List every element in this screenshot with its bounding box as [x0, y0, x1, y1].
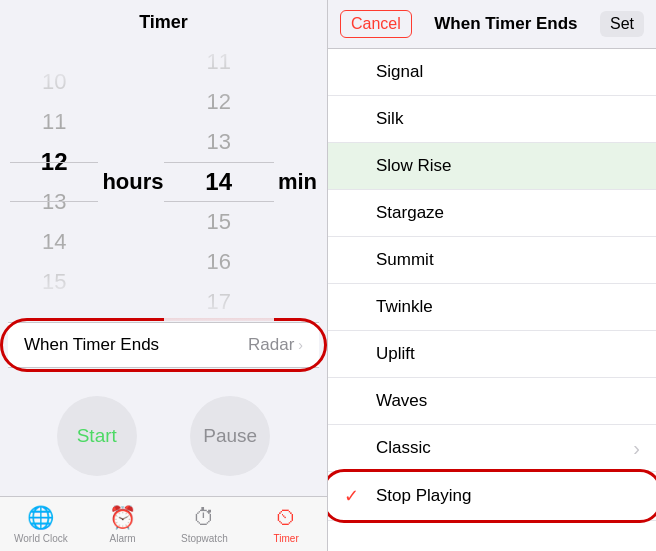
timer-ends-value: Radar ›	[248, 335, 303, 355]
timer-buttons: Start Pause	[0, 376, 327, 496]
timer-icon: ⏲	[275, 505, 297, 531]
picker-item: 10	[10, 62, 98, 102]
picker-container[interactable]: 10 11 12 13 14 15 hours 11 12 13	[0, 41, 327, 322]
tab-bar: 🌐 World Clock ⏰ Alarm ⏱ Stopwatch ⏲ Time…	[0, 496, 327, 551]
tab-timer-label: Timer	[274, 533, 299, 544]
sound-label-signal: Signal	[376, 62, 640, 82]
picker-item: 13	[164, 122, 274, 162]
picker-item: 12	[164, 82, 274, 122]
right-panel: Cancel When Timer Ends Set Signal Silk S…	[328, 0, 656, 551]
hours-column[interactable]: 10 11 12 13 14 15	[10, 62, 98, 302]
picker-columns: 10 11 12 13 14 15 hours 11 12 13	[10, 82, 317, 282]
left-panel: Timer 10 11 12 13 14 15 hours	[0, 0, 328, 551]
picker-item: 15	[164, 202, 274, 242]
tab-timer[interactable]: ⏲ Timer	[245, 497, 327, 551]
sound-item-uplift[interactable]: Uplift	[328, 331, 656, 378]
tab-world-clock-label: World Clock	[14, 533, 68, 544]
minutes-label: min	[278, 169, 317, 195]
sound-item-stop-playing[interactable]: ✓ Stop Playing	[328, 472, 656, 521]
checkmark-stop-playing: ✓	[344, 485, 364, 507]
sound-label-slow-rise: Slow Rise	[376, 156, 640, 176]
sound-item-slow-rise[interactable]: Slow Rise	[328, 143, 656, 190]
picker-item: 17	[164, 282, 274, 322]
sound-item-signal[interactable]: Signal	[328, 49, 656, 96]
right-header: Cancel When Timer Ends Set	[328, 0, 656, 49]
picker-item: 15	[10, 262, 98, 302]
sound-label-summit: Summit	[376, 250, 640, 270]
sound-item-stargaze[interactable]: Stargaze	[328, 190, 656, 237]
sound-label-stargaze: Stargaze	[376, 203, 640, 223]
sound-label-stop-playing: Stop Playing	[376, 486, 640, 506]
picker-item: 11	[10, 102, 98, 142]
tab-stopwatch-label: Stopwatch	[181, 533, 228, 544]
stopwatch-icon: ⏱	[193, 505, 215, 531]
page-title: Timer	[139, 12, 188, 32]
sound-label-silk: Silk	[376, 109, 640, 129]
tab-world-clock[interactable]: 🌐 World Clock	[0, 497, 82, 551]
world-clock-icon: 🌐	[27, 505, 54, 531]
sound-item-summit[interactable]: Summit	[328, 237, 656, 284]
sound-item-silk[interactable]: Silk	[328, 96, 656, 143]
tab-alarm-label: Alarm	[110, 533, 136, 544]
picker-item-selected-minutes: 14	[164, 162, 274, 202]
sound-label-uplift: Uplift	[376, 344, 640, 364]
sound-label-classic: Classic	[376, 438, 640, 458]
left-header: Timer	[0, 0, 327, 41]
cancel-button[interactable]: Cancel	[340, 10, 412, 38]
sound-item-waves[interactable]: Waves	[328, 378, 656, 425]
sound-item-classic[interactable]: Classic	[328, 425, 656, 472]
tab-alarm[interactable]: ⏰ Alarm	[82, 497, 164, 551]
start-button[interactable]: Start	[57, 396, 137, 476]
set-button[interactable]: Set	[600, 11, 644, 37]
minutes-col-wrap: 11 12 13 14 15 16 17 min	[164, 82, 318, 282]
chevron-right-icon: ›	[298, 337, 303, 353]
picker-item: 13	[10, 182, 98, 222]
hours-label: hours	[102, 169, 163, 195]
right-header-title: When Timer Ends	[434, 14, 577, 34]
sound-item-twinkle[interactable]: Twinkle	[328, 284, 656, 331]
alarm-icon: ⏰	[109, 505, 136, 531]
picker-item: 16	[164, 242, 274, 282]
timer-ends-label: When Timer Ends	[24, 335, 159, 355]
hours-col-wrap: 10 11 12 13 14 15 hours	[10, 82, 164, 282]
when-timer-ends-row[interactable]: When Timer Ends Radar ›	[8, 322, 319, 368]
picker-item: 14	[10, 222, 98, 262]
picker-item: 11	[164, 42, 274, 82]
pause-button[interactable]: Pause	[190, 396, 270, 476]
sound-label-twinkle: Twinkle	[376, 297, 640, 317]
picker-item-selected-hours: 12	[10, 142, 98, 182]
sound-list: Signal Silk Slow Rise Stargaze Summit Tw…	[328, 49, 656, 551]
sound-label-waves: Waves	[376, 391, 640, 411]
minutes-column[interactable]: 11 12 13 14 15 16 17	[164, 42, 274, 322]
tab-stopwatch[interactable]: ⏱ Stopwatch	[164, 497, 246, 551]
